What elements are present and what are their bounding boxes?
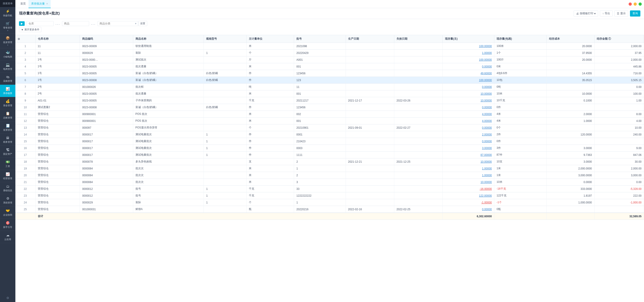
print-button[interactable]: 🖨 按模板打印 ▾ [574,11,598,17]
window-close-btn[interactable] [628,3,632,6]
table-cell: 0003 [294,145,346,152]
table-cell[interactable]: 10.00000 [443,97,494,104]
table-cell: 2,000.00 [594,165,644,172]
table-cell[interactable]: -1.00000 [443,199,494,206]
table-cell[interactable]: 49.60000 [443,70,494,77]
sidebar-item-payroll[interactable]: 💵工资 [0,158,16,170]
table-cell: 批次透量 [133,90,204,97]
table-cell: 米 [246,179,294,186]
expand-conditions-btn[interactable]: ▼ 展开更多条件 [19,27,42,32]
table-cell [204,97,246,104]
table-cell[interactable]: 0.00000 [443,138,494,145]
sidebar-item-general[interactable]: 📋总账管理 [0,109,16,121]
sidebar-search[interactable]: 搜索菜单 [0,0,16,7]
filter-expand-btn[interactable]: ▶ [19,21,25,26]
table-cell [546,138,594,145]
table-cell: 批号 [133,186,204,192]
table-cell: 25 [16,206,35,213]
table-cell[interactable]: 87.00000 [443,152,494,158]
table-cell: 7 [16,84,35,90]
table-cell[interactable]: 10.00000 [443,90,494,97]
goods-dots[interactable]: ... [91,21,96,26]
table-cell[interactable]: 4.00000 [443,118,494,124]
table-cell[interactable]: 0.00000 [443,63,494,70]
table-cell: 0023-00008 [80,104,133,111]
table-cell[interactable]: 100.00000 [443,56,494,63]
table-row: 17营营综仓0000017测试电量批次1件111187.0000087件9.73… [16,152,644,158]
sidebar-item-cloud[interactable]: ☁云应用 [0,231,16,243]
sidebar-item-quick-nav[interactable]: ⚡快捷导航 [0,7,16,19]
sidebar-item-finance[interactable]: 💰资金管理 [0,97,16,109]
sidebar-item-basic[interactable]: 🗂基础信息 [0,182,16,194]
sidebar-item-ecom[interactable]: 💻电商管理 [0,61,16,73]
table-cell[interactable]: 3.00000 [443,145,494,152]
table-cell[interactable]: 4.00000 [443,111,494,118]
table-cell[interactable]: 100.00000 [443,77,494,84]
table-cell [594,138,644,145]
sidebar-nav: ⚡快捷导航🛒零售管理📦批发管理🐳小鲸电商💻电商管理🛍采购管理📊库存核算💰资金管理… [0,7,16,294]
table-cell: 营营综仓 [35,158,80,165]
sidebar-item-ops[interactable]: 📈经营管理 [0,170,16,182]
table-cell: 0023-00005 [80,63,133,70]
sidebar-item-sys[interactable]: ⚙系统管理 [0,194,16,206]
fixed-assets-icon: 🏗 [6,148,10,152]
table-container[interactable]: ⊙ 仓库名称 商品编码 商品名称 规格型号 主计量单位 批号 生产日期 失效日期… [16,35,644,302]
table-cell: 1 [204,145,246,152]
table-cell[interactable]: 1.00000 [443,172,494,179]
sidebar-item-mini-ecom[interactable]: 🐳小鲸电商 [0,48,16,61]
table-cell[interactable]: 1.00000 [443,50,494,56]
table-cell: 11 [16,111,35,118]
window-min-btn[interactable] [634,3,637,6]
table-cell[interactable]: 122.00000 [443,192,494,199]
tab-inventory-batch[interactable]: 库存批次量 ✕ [28,0,51,8]
table-cell[interactable]: 10.00000 [443,158,494,165]
goods-input[interactable] [62,21,89,26]
table-cell [346,152,394,158]
export-button[interactable]: ↑ 导出 [600,11,612,17]
table-cell[interactable]: 0.00000 [443,124,494,131]
table-cell: A01-01 [35,97,80,104]
table-cell [394,192,442,199]
sidebar-item-new-guide[interactable]: 🎯新手引导 [0,219,16,231]
table-cell[interactable]: -16.00000 [443,186,494,192]
sidebar-settings-icon[interactable]: ⚙ [4,294,12,302]
tab-close-icon[interactable]: ✕ [46,3,48,5]
table-cell: 米 [246,63,294,70]
tab-home[interactable]: 首页 [18,0,28,8]
window-controls [628,3,642,6]
table-cell[interactable]: 2.00000 [443,131,494,138]
sidebar-item-wholesale[interactable]: 📦批发管理 [0,34,16,48]
table-cell[interactable]: 1.00000 [443,165,494,172]
table-cell: 米 [246,165,294,172]
sidebar-item-fixed-assets[interactable]: 🏗固定资产 [0,146,16,158]
warehouse-dots[interactable]: ... [56,21,60,26]
window-max-btn[interactable] [638,3,642,6]
table-cell[interactable]: 0.00000 [443,104,494,111]
table-cell: 营营综仓 [35,138,80,145]
sidebar-item-invoice[interactable]: 🧾发票管理 [0,121,16,134]
query-button[interactable]: 查询 [630,11,640,17]
sidebar-item-inventory[interactable]: 📊库存核算 [0,85,16,97]
table-row: 51号0023-00005富诚（白色/奶橘）白色/奶橘件12345649.600… [16,70,644,77]
toggle-button[interactable]: ☰ 显示 [614,11,628,17]
table-cell: 10千克 [494,97,546,104]
sidebar-item-tax[interactable]: 🏛税务管理 [0,134,16,146]
table-cell [204,124,246,131]
category-input[interactable] [98,21,138,26]
table-cell[interactable]: 100.00000 [443,43,494,50]
sidebar-item-purchase[interactable]: 🛍采购管理 [0,73,16,85]
table-cell: 3.0000 [546,145,594,152]
warehouse-input[interactable] [26,21,54,26]
table-cell[interactable]: 0.00000 [443,206,494,213]
expand-icon: ▼ [21,28,24,31]
table-row: 10测试透量20023-00008富诚（白色/奶橘）白色/奶橘件1234560.… [16,104,644,111]
table-cell[interactable]: 10.00000 [443,179,494,186]
settings-button[interactable]: 设置 [138,21,147,26]
table-cell: 1 [294,199,346,206]
table-cell: 营营综仓 [35,131,80,138]
sidebar-item-corp[interactable]: 🤝企业协同 [0,206,16,219]
table-cell: 3.0000 [546,158,594,165]
sidebar-item-retail[interactable]: 🛒零售管理 [0,19,16,34]
table-cell[interactable]: 0.00000 [443,84,494,90]
table-cell: 0000017 [80,138,133,145]
